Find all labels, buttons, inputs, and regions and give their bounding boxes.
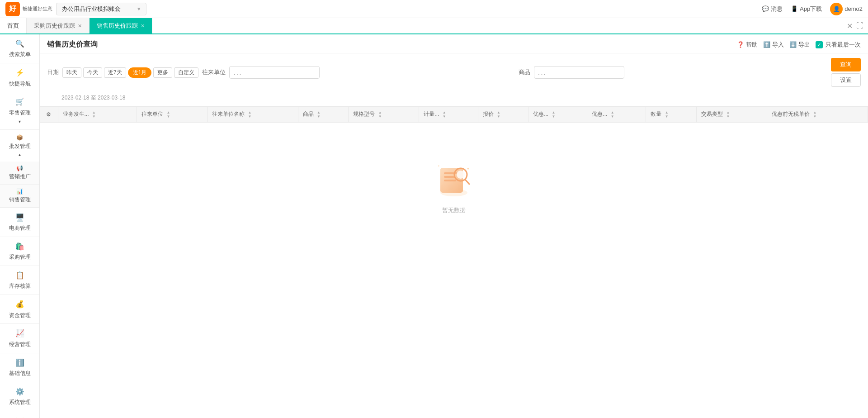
date-btn-today[interactable]: 今天 xyxy=(83,67,102,78)
col-quantity-label: 数量 xyxy=(651,111,661,117)
table-col-pretax-price[interactable]: 优惠前无税单价 ▲▼ xyxy=(767,107,868,123)
tab-home[interactable]: 首页 xyxy=(0,18,27,33)
table-col-biz-date[interactable]: 业务发生... ▲▼ xyxy=(58,107,137,123)
col-spec-label: 规格型号 xyxy=(353,111,375,117)
partner-dots: ... xyxy=(233,68,242,76)
tab-fullscreen-button[interactable]: ⛶ xyxy=(856,22,863,30)
import-button[interactable]: ⬆️ 导入 xyxy=(763,41,784,49)
help-button[interactable]: ❓ 帮助 xyxy=(737,41,758,49)
goods-dots: ... xyxy=(538,68,547,76)
table-col-partner-code[interactable]: 往来单位 ▲▼ xyxy=(137,107,208,123)
date-range-row: 2023-02-18 至 2023-03-18 xyxy=(47,94,861,102)
tab-close-all-button[interactable]: ✕ xyxy=(847,22,853,30)
export-button[interactable]: ⬇️ 导出 xyxy=(789,41,810,49)
page-title: 销售历史价查询 xyxy=(47,40,98,49)
svg-text:✦: ✦ xyxy=(438,165,440,167)
table-col-spec[interactable]: 规格型号 ▲▼ xyxy=(349,107,419,123)
table-area: ⚙ 业务发生... ▲▼ 往来单位 ▲▼ 往来单位名称 xyxy=(40,107,868,418)
export-icon: ⬇️ xyxy=(789,41,797,48)
wholesale-sub-items: 📢 营销推广 📊 销售管理 xyxy=(0,162,39,208)
avatar: 👤 xyxy=(830,3,843,15)
sidebar-item-purchase[interactable]: 🛍️ 采购管理 xyxy=(0,237,39,266)
chart-icon: 📊 xyxy=(16,188,23,195)
col-discount1-label: 优惠... xyxy=(533,111,548,117)
date-btn-1month[interactable]: 近1月 xyxy=(128,67,152,78)
settings-icon: ⚙ xyxy=(46,111,51,118)
sidebar-item-sales-mgmt[interactable]: 📊 销售管理 xyxy=(0,185,39,208)
page-container: 销售历史价查询 ❓ 帮助 ⬆️ 导入 ⬇️ 导出 ✓ xyxy=(40,34,868,418)
table-col-unit[interactable]: 计量... ▲▼ xyxy=(419,107,478,123)
tab-purchase-history[interactable]: 采购历史价跟踪 ✕ xyxy=(27,18,90,33)
sidebar: 🔍 搜索菜单 ⚡ 快捷导航 🛒 零售管理 ▾ 📦 批发管理 ▴ 📢 营销推广 xyxy=(0,34,40,418)
table-col-settings[interactable]: ⚙ xyxy=(40,107,58,123)
date-btn-custom[interactable]: 自定义 xyxy=(174,67,198,78)
sort-arrows-discount1: ▲▼ xyxy=(552,110,556,119)
tab-sales-close-icon[interactable]: ✕ xyxy=(141,23,145,29)
sidebar-item-operations[interactable]: 📈 经营管理 xyxy=(0,324,39,353)
date-btn-yesterday[interactable]: 昨天 xyxy=(62,67,81,78)
clipboard-icon: 📋 xyxy=(15,271,24,280)
sidebar-item-finance[interactable]: 💰 资金管理 xyxy=(0,295,39,324)
sort-arrows-biz-date: ▲▼ xyxy=(92,110,96,119)
monitor-icon: 🖥️ xyxy=(15,213,24,223)
col-goods-label: 商品 xyxy=(303,111,314,117)
col-biz-date-label: 业务发生... xyxy=(63,111,89,117)
sidebar-item-marketing[interactable]: 📢 营销推广 xyxy=(0,162,39,185)
svg-rect-5 xyxy=(444,180,456,181)
query-button[interactable]: 查询 xyxy=(831,58,861,71)
user-area[interactable]: 👤 demo2 xyxy=(830,3,863,15)
table-col-trade-type[interactable]: 交易类型 ▲▼ xyxy=(697,107,767,123)
sidebar-item-search-menu[interactable]: 🔍 搜索菜单 xyxy=(0,34,39,63)
table-col-quantity[interactable]: 数量 ▲▼ xyxy=(646,107,697,123)
sidebar-item-wholesale[interactable]: 📦 批发管理 ▴ xyxy=(0,130,39,162)
settings-button[interactable]: 设置 xyxy=(831,73,861,87)
empty-svg-icon: ✦ ✦ xyxy=(431,159,476,200)
sidebar-item-retail[interactable]: 🛒 零售管理 ▾ xyxy=(0,92,39,129)
sidebar-retail-label: 零售管理 xyxy=(9,109,31,117)
goods-input[interactable]: ... xyxy=(534,66,624,79)
date-btn-more[interactable]: 更多 xyxy=(153,67,172,78)
message-label: 消息 xyxy=(771,5,783,13)
empty-text: 暂无数据 xyxy=(442,206,466,214)
chevron-down-icon: ▾ xyxy=(19,119,21,125)
table-col-goods[interactable]: 商品 ▲▼ xyxy=(298,107,349,123)
graph-icon: 📈 xyxy=(15,328,24,338)
table-col-discount2[interactable]: 优惠... ▲▼ xyxy=(587,107,646,123)
avatar-icon: 👤 xyxy=(833,6,840,12)
tab-purchase-close-icon[interactable]: ✕ xyxy=(78,23,82,29)
export-label: 导出 xyxy=(798,41,810,49)
chevron-down-icon: ▾ xyxy=(137,5,141,12)
svg-rect-3 xyxy=(444,172,458,174)
handshake-icon: 🤝 xyxy=(15,416,24,418)
last-only-area[interactable]: ✓ 只看最后一次 xyxy=(816,41,861,49)
filter-row: 日期 昨天 今天 近7天 近1月 更多 自定义 往来单位 xyxy=(47,58,861,87)
col-unit-label: 计量... xyxy=(424,111,439,117)
sort-arrows-goods: ▲▼ xyxy=(317,110,321,119)
date-range-text: 2023-02-18 至 2023-03-18 xyxy=(61,95,125,101)
table-header-row: ⚙ 业务发生... ▲▼ 往来单位 ▲▼ 往来单位名称 xyxy=(40,107,868,123)
sort-arrows-spec: ▲▼ xyxy=(378,110,382,119)
sidebar-item-inventory[interactable]: 📋 库存核算 xyxy=(0,266,39,295)
sidebar-item-system[interactable]: ⚙️ 系统管理 xyxy=(0,382,39,411)
app-download-nav[interactable]: 📱 App下载 xyxy=(791,5,822,13)
phone-icon: 📱 xyxy=(791,5,798,12)
last-only-checkbox[interactable]: ✓ xyxy=(816,41,823,48)
date-btn-7days[interactable]: 近7天 xyxy=(104,67,126,78)
sidebar-purchase-label: 采购管理 xyxy=(9,253,31,261)
sidebar-item-quick-nav[interactable]: ⚡ 快捷导航 xyxy=(0,63,39,92)
sidebar-item-ecommerce[interactable]: 🖥️ 电商管理 xyxy=(0,208,39,237)
date-label: 日期 xyxy=(47,68,59,76)
col-price-label: 报价 xyxy=(483,111,494,117)
partner-input[interactable]: ... xyxy=(229,66,320,79)
sort-arrows-price: ▲▼ xyxy=(497,110,500,119)
table-col-discount1[interactable]: 优惠... ▲▼ xyxy=(528,107,587,123)
sidebar-item-enterprise[interactable]: 🤝 企业协同 xyxy=(0,411,39,418)
table-col-partner-name[interactable]: 往来单位名称 ▲▼ xyxy=(208,107,298,123)
tab-sales-history[interactable]: 销售历史价跟踪 ✕ xyxy=(90,18,152,33)
sidebar-item-basic-info[interactable]: ℹ️ 基础信息 xyxy=(0,353,39,382)
app-title-selector[interactable]: 办公用品行业模拟账套 ▾ xyxy=(56,3,146,15)
message-nav[interactable]: 💬 消息 xyxy=(762,5,783,13)
sidebar-search-label: 搜索菜单 xyxy=(9,51,31,58)
action-buttons: 查询 设置 xyxy=(831,58,861,87)
table-col-price[interactable]: 报价 ▲▼ xyxy=(478,107,528,123)
